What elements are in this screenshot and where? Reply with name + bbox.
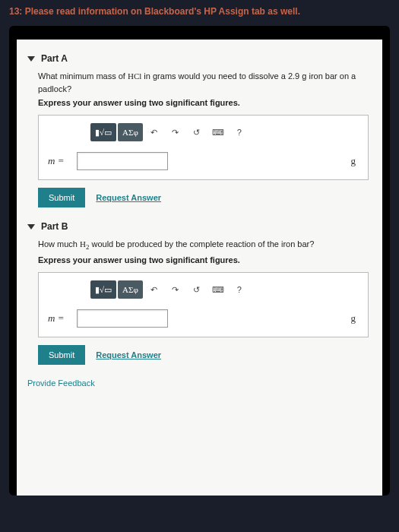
part-a-input[interactable] (77, 152, 168, 170)
request-answer-link-b[interactable]: Request Answer (96, 350, 161, 359)
page-header: 13: Please read information on Blackboar… (9, 6, 390, 26)
part-a-answer-box: ▮√▭ ΑΣφ ↶ ↷ ↺ ⌨ ? m = g (38, 115, 369, 180)
provide-feedback-link[interactable]: Provide Feedback (27, 378, 369, 388)
part-b-toolbar: ▮√▭ ΑΣφ ↶ ↷ ↺ ⌨ ? (90, 280, 359, 299)
greek-icon[interactable]: ΑΣφ (118, 123, 143, 141)
caret-down-icon (27, 56, 35, 62)
var-label-b: m = (48, 312, 71, 325)
submit-button-b[interactable]: Submit (38, 345, 85, 365)
part-a-body: What minimum mass of HCl in grams would … (27, 70, 369, 207)
undo-icon[interactable]: ↶ (144, 280, 164, 299)
undo-icon[interactable]: ↶ (144, 123, 164, 141)
redo-icon[interactable]: ↷ (166, 123, 185, 141)
submit-button-a[interactable]: Submit (38, 188, 85, 207)
q-pre: What minimum mass of (38, 71, 128, 81)
unit-b: g (351, 312, 359, 325)
device-frame: Part A What minimum mass of HCl in grams… (9, 26, 390, 496)
part-b-header[interactable]: Part B (27, 221, 369, 232)
part-b-submit-row: Submit Request Answer (38, 345, 369, 365)
help-icon[interactable]: ? (230, 280, 249, 299)
part-a-question: What minimum mass of HCl in grams would … (38, 70, 369, 95)
part-a-instruction: Express your answer using two significan… (38, 98, 369, 107)
part-b-question: How much H2 would be produced by the com… (38, 238, 369, 252)
greek-icon[interactable]: ΑΣφ (118, 280, 143, 299)
request-answer-link-a[interactable]: Request Answer (96, 193, 161, 202)
part-b-title: Part B (41, 221, 68, 232)
keyboard-icon[interactable]: ⌨ (208, 123, 228, 141)
part-b-instruction: Express your answer using two significan… (38, 255, 369, 264)
reset-icon[interactable]: ↺ (187, 123, 207, 141)
q-post-b: would be produced by the complete reacti… (89, 239, 314, 249)
redo-icon[interactable]: ↷ (166, 280, 185, 299)
part-a-header[interactable]: Part A (27, 53, 369, 64)
content-screen: Part A What minimum mass of HCl in grams… (17, 40, 382, 496)
keyboard-icon[interactable]: ⌨ (208, 280, 228, 299)
reset-icon[interactable]: ↺ (187, 280, 207, 299)
q-pre-b: How much (38, 239, 80, 249)
template-icon[interactable]: ▮√▭ (90, 280, 116, 299)
part-b-body: How much H2 would be produced by the com… (27, 238, 369, 365)
var-label-a: m = (48, 155, 71, 167)
part-a-submit-row: Submit Request Answer (38, 188, 369, 207)
q-chem: HCl (128, 71, 141, 81)
part-b-input[interactable] (77, 309, 168, 328)
help-icon[interactable]: ? (230, 123, 249, 141)
part-b-input-row: m = g (48, 309, 359, 328)
part-a-toolbar: ▮√▭ ΑΣφ ↶ ↷ ↺ ⌨ ? (90, 123, 359, 141)
part-a-input-row: m = g (48, 152, 359, 170)
q-chem-b: H (80, 239, 86, 249)
part-b-answer-box: ▮√▭ ΑΣφ ↶ ↷ ↺ ⌨ ? m = g (38, 272, 369, 337)
unit-a: g (351, 155, 359, 167)
template-icon[interactable]: ▮√▭ (90, 123, 116, 141)
caret-down-icon (27, 224, 35, 230)
part-a-title: Part A (41, 53, 68, 64)
